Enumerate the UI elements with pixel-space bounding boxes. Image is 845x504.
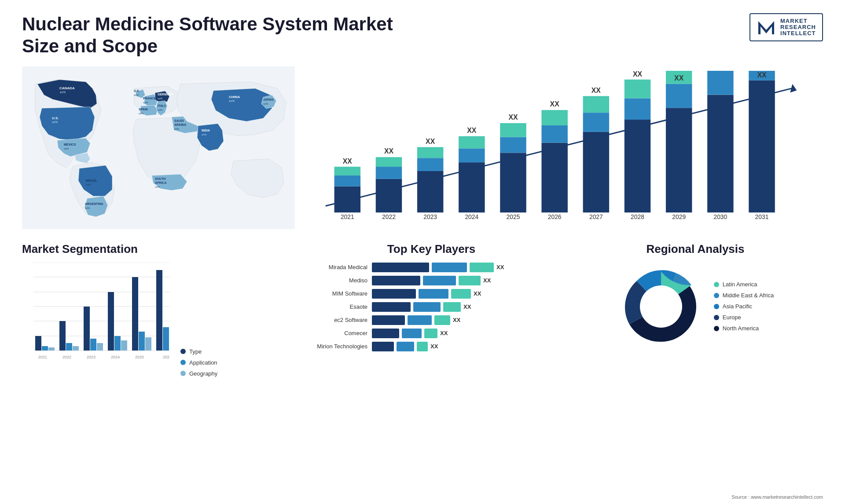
player-bar-mid-7 (397, 342, 414, 351)
svg-text:BRAZIL: BRAZIL (86, 179, 97, 182)
player-value-7: XX (430, 343, 438, 350)
player-bars-4: XX (372, 302, 471, 312)
legend-geography: Geography (180, 370, 217, 377)
player-bar-dark-2 (372, 276, 420, 285)
player-row-4: Esaote XX (304, 302, 559, 312)
svg-rect-71 (625, 120, 650, 212)
latin-america-label: Latin America (723, 281, 757, 288)
svg-rect-110 (84, 307, 90, 351)
svg-rect-118 (145, 337, 151, 351)
header: Nuclear Medicine Software System Market … (22, 13, 823, 58)
svg-text:2030: 2030 (713, 213, 727, 220)
svg-text:XX: XX (426, 137, 435, 145)
svg-text:AFRICA: AFRICA (155, 181, 166, 184)
player-bars-5: XX (372, 315, 460, 325)
svg-rect-107 (59, 321, 66, 351)
svg-rect-106 (48, 347, 55, 351)
svg-point-128 (640, 285, 682, 328)
player-bars-6: XX (372, 329, 448, 338)
svg-rect-61 (541, 142, 567, 212)
svg-rect-72 (625, 98, 650, 120)
svg-text:xx%: xx% (60, 91, 66, 94)
svg-rect-76 (666, 108, 692, 212)
svg-text:XX: XX (467, 127, 477, 134)
player-bar-dark-6 (372, 329, 399, 338)
player-row-5: ec2 Software XX (304, 315, 559, 325)
svg-rect-114 (114, 336, 121, 351)
svg-rect-36 (334, 186, 360, 212)
player-row-3: MIM Software XX (304, 289, 559, 299)
player-bar-light-1 (470, 263, 494, 272)
svg-rect-112 (97, 343, 103, 351)
player-row-1: Mirada Medical XX (304, 263, 559, 272)
svg-rect-82 (707, 71, 733, 95)
player-value-1: XX (496, 264, 504, 270)
svg-text:xx%: xx% (202, 133, 207, 136)
svg-text:xx%: xx% (174, 128, 180, 130)
svg-rect-116 (132, 277, 138, 351)
player-bar-light-4 (443, 302, 461, 312)
svg-text:ITALY: ITALY (158, 104, 166, 107)
svg-rect-41 (376, 179, 402, 212)
svg-text:2022: 2022 (62, 355, 71, 359)
player-bar-light-7 (417, 342, 428, 351)
donut-svg (617, 263, 705, 351)
segmentation-section: Market Segmentation (22, 238, 295, 504)
svg-rect-58 (500, 123, 526, 137)
svg-text:ARABIA: ARABIA (174, 123, 186, 126)
logo-line3: INTELLECT (780, 30, 816, 37)
north-america-color (714, 326, 719, 331)
svg-marker-0 (758, 21, 774, 34)
legend-north-america: North America (714, 325, 774, 332)
svg-text:2024: 2024 (465, 213, 478, 220)
player-bars-2: XX (372, 276, 491, 285)
svg-rect-113 (108, 292, 114, 351)
donut-chart (617, 263, 705, 351)
svg-rect-111 (90, 339, 96, 351)
svg-text:FRANCE: FRANCE (143, 97, 156, 100)
svg-rect-68 (583, 96, 609, 113)
svg-text:2027: 2027 (589, 213, 603, 220)
player-name-3: MIM Software (304, 290, 367, 297)
logo-line1: MARKET (780, 18, 816, 24)
svg-text:XX: XX (550, 100, 560, 108)
svg-rect-119 (156, 270, 162, 351)
svg-text:xx%: xx% (229, 99, 235, 102)
north-america-label: North America (723, 325, 759, 332)
player-name-4: Esaote (304, 303, 367, 310)
logo: MARKET RESEARCH INTELLECT (749, 13, 823, 41)
svg-text:xx%: xx% (64, 147, 69, 150)
svg-rect-81 (707, 95, 733, 212)
svg-text:2021: 2021 (341, 213, 354, 220)
svg-text:CANADA: CANADA (59, 86, 75, 90)
svg-text:xx%: xx% (158, 109, 163, 111)
player-value-4: XX (463, 303, 471, 310)
player-bar-light-2 (459, 276, 481, 285)
legend-asia-pacific: Asia Pacific (714, 303, 774, 310)
svg-text:2022: 2022 (382, 213, 396, 220)
svg-text:INDIA: INDIA (202, 129, 210, 132)
svg-rect-67 (583, 113, 609, 132)
svg-rect-57 (500, 137, 526, 153)
players-title: Top Key Players (304, 242, 559, 256)
svg-rect-85 (749, 80, 775, 212)
player-bars-1: XX (372, 263, 504, 272)
bottom-right: Top Key Players Mirada Medical XX Mediso (304, 238, 823, 504)
mea-label: Middle East & Africa (723, 292, 774, 299)
player-bar-dark-5 (372, 315, 405, 325)
player-bars-3: XX (372, 289, 481, 299)
player-bar-dark-4 (372, 302, 411, 312)
bar-chart-section: XX 2021 XX 2022 XX 2023 XX 2024 (304, 66, 823, 229)
player-value-3: XX (474, 290, 481, 297)
logo-text: MARKET RESEARCH INTELLECT (780, 18, 816, 37)
regional-legend: Latin America Middle East & Africa Asia … (714, 281, 774, 332)
segmentation-legend: Type Application Geography (180, 348, 217, 377)
asia-pacific-color (714, 304, 719, 309)
svg-text:SPAIN: SPAIN (139, 108, 148, 111)
latin-america-color (714, 282, 719, 287)
svg-rect-115 (121, 340, 127, 351)
svg-rect-53 (459, 136, 485, 148)
asia-pacific-label: Asia Pacific (723, 303, 752, 310)
source-text: Source : www.marketresearchintellect.com (731, 494, 823, 500)
svg-text:2029: 2029 (672, 213, 686, 220)
